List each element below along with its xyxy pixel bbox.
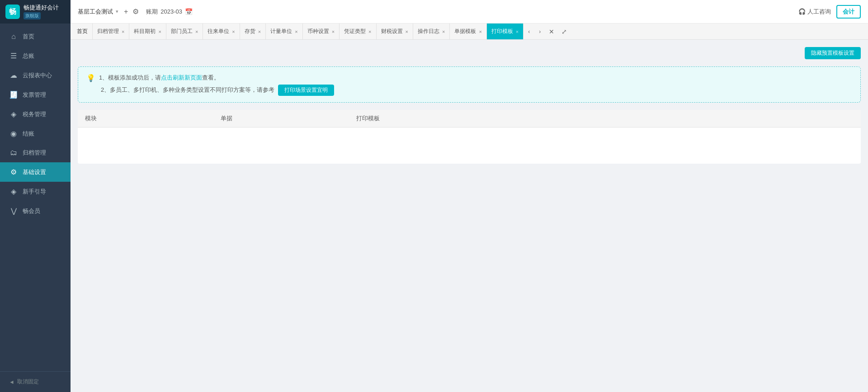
tab-close-icon[interactable]: ×	[122, 29, 124, 34]
tab-counterpart[interactable]: 往来单位 ×	[203, 24, 240, 40]
notice-link[interactable]: 点击刷新新页面	[161, 74, 202, 81]
sidebar-item-invoice[interactable]: 🧾 发票管理	[0, 85, 71, 104]
tab-operation-log[interactable]: 操作日志 ×	[413, 24, 450, 40]
notice-text-2: 2、多员工、多打印机、多种业务类型设置不同打印方案等，请参考 打印场景设置宜明	[101, 85, 334, 96]
print-scene-button[interactable]: 打印场景设置宜明	[278, 85, 334, 96]
action-bar: 隐藏预置模板设置	[78, 47, 861, 63]
hide-preview-template-button[interactable]: 隐藏预置模板设置	[805, 47, 861, 59]
tab-close-icon[interactable]: ×	[442, 29, 445, 34]
home-icon: ⌂	[9, 33, 18, 41]
notice-row-1: 💡 1、模板添加成功后，请点击刷新新页面查看。	[86, 73, 852, 83]
settings-icon: ⚙	[9, 168, 18, 176]
sidebar-item-archive[interactable]: 🗂 归档管理	[0, 143, 71, 162]
sidebar-unpin-button[interactable]: ◄ 取消固定	[0, 371, 71, 392]
sidebar-nav: ⌂ 首页 ☰ 总账 ☁ 云报表中心 🧾 发票管理 ◈ 税务管理 ◉ 结账 🗂 归…	[0, 24, 71, 371]
data-table: 模块 单据 打印模板	[78, 110, 861, 164]
sidebar-item-label: 总账	[23, 52, 34, 60]
invoice-icon: 🧾	[9, 90, 18, 99]
cloud-icon: ☁	[9, 71, 18, 80]
table-header-module: 模块	[78, 110, 213, 127]
tab-inventory[interactable]: 存货 ×	[240, 24, 266, 40]
tab-tax-settings[interactable]: 财税设置 ×	[377, 24, 413, 40]
add-workspace-icon[interactable]: +	[124, 8, 128, 16]
sidebar-item-label: 发票管理	[23, 91, 46, 99]
customer-service-label: 人工咨询	[807, 8, 831, 16]
tab-bar: 首页 归档管理 × 科目期初 × 部门员工 × 往来单位 × 存货 × 计量单位…	[71, 24, 868, 40]
tab-expand-button[interactable]: ⤢	[558, 24, 571, 40]
tab-label: 存货	[245, 28, 255, 35]
period-label: 账期	[146, 8, 158, 16]
unpin-icon: ◄	[9, 379, 14, 385]
tab-subject-period[interactable]: 科目期初 ×	[129, 24, 166, 40]
notice-text-1b: 查看。	[202, 74, 220, 81]
sidebar-item-reports[interactable]: ☁ 云报表中心	[0, 66, 71, 85]
table-header-voucher: 单据	[213, 110, 349, 127]
sidebar-item-guide[interactable]: ◈ 新手引导	[0, 182, 71, 201]
sidebar-item-home[interactable]: ⌂ 首页	[0, 27, 71, 46]
tab-label: 计量单位	[270, 28, 292, 35]
tab-close-icon[interactable]: ×	[368, 29, 371, 34]
tab-close-icon[interactable]: ×	[479, 29, 481, 34]
tab-close-icon[interactable]: ×	[232, 29, 235, 34]
tab-dept-staff[interactable]: 部门员工 ×	[166, 24, 203, 40]
tab-close-icon[interactable]: ×	[158, 29, 161, 34]
tab-archive-mgmt[interactable]: 归档管理 ×	[93, 24, 129, 40]
sidebar-item-label: 首页	[23, 33, 34, 41]
tab-label: 财税设置	[381, 28, 403, 35]
table-body	[78, 128, 861, 164]
workspace-settings-icon[interactable]: ⚙	[132, 7, 139, 16]
tax-icon: ◈	[9, 110, 18, 118]
app-logo-text: 畅捷通好会计	[24, 4, 59, 12]
sidebar-item-close[interactable]: ◉ 结账	[0, 124, 71, 143]
tab-close-icon[interactable]: ×	[332, 29, 335, 34]
period-value: 2023-03	[160, 8, 182, 15]
sidebar-item-label: 畅会员	[23, 207, 40, 215]
guide-icon: ◈	[9, 187, 18, 196]
member-icon: ⋁	[9, 207, 18, 215]
notice-box: 💡 1、模板添加成功后，请点击刷新新页面查看。 2、多员工、多打印机、多种业务类…	[78, 66, 861, 103]
sidebar-item-ledger[interactable]: ☰ 总账	[0, 46, 71, 66]
tab-measure-unit[interactable]: 计量单位 ×	[266, 24, 302, 40]
tab-close-icon[interactable]: ×	[516, 29, 519, 34]
tab-label: 往来单位	[208, 28, 229, 35]
tab-close-icon[interactable]: ×	[295, 29, 297, 34]
tab-next-button[interactable]: ›	[534, 24, 545, 40]
topbar-actions: + ⚙	[124, 7, 139, 16]
sidebar-item-label: 税务管理	[23, 110, 46, 118]
sidebar-item-label: 云报表中心	[23, 71, 52, 80]
tab-label: 币种设置	[307, 28, 329, 35]
unpin-label: 取消固定	[17, 378, 39, 386]
kuaiji-button[interactable]: 会计	[836, 5, 861, 19]
tab-label: 打印模板	[491, 28, 513, 35]
workspace-selector[interactable]: 基层工会测试 ▾	[78, 8, 118, 16]
sidebar-item-tax[interactable]: ◈ 税务管理	[0, 104, 71, 124]
app-logo-badge: 旗舰版	[24, 12, 41, 19]
tab-single-template[interactable]: 单据模板 ×	[450, 24, 486, 40]
tab-label: 凭证类型	[344, 28, 366, 35]
sidebar: 畅 畅捷通好会计 旗舰版 ⌂ 首页 ☰ 总账 ☁ 云报表中心 🧾 发票管理 ◈ …	[0, 0, 71, 392]
bulb-icon: 💡	[86, 74, 95, 82]
tab-voucher-type[interactable]: 凭证类型 ×	[340, 24, 376, 40]
tab-currency[interactable]: 币种设置 ×	[303, 24, 340, 40]
tab-close-icon[interactable]: ×	[406, 29, 408, 34]
sidebar-item-label: 结账	[23, 130, 34, 138]
top-bar: 基层工会测试 ▾ + ⚙ 账期 2023-03 📅 🎧 人工咨询 会计	[71, 0, 868, 24]
tab-home[interactable]: 首页	[72, 24, 93, 40]
notice-row-2: 2、多员工、多打印机、多种业务类型设置不同打印方案等，请参考 打印场景设置宜明	[86, 85, 852, 96]
sidebar-item-settings[interactable]: ⚙ 基础设置	[0, 162, 71, 182]
tab-label: 部门员工	[171, 28, 193, 35]
tab-label: 科目期初	[134, 28, 156, 35]
customer-service-button[interactable]: 🎧 人工咨询	[798, 8, 831, 16]
tab-prev-button[interactable]: ‹	[524, 24, 534, 40]
calendar-icon[interactable]: 📅	[185, 8, 193, 15]
sidebar-item-label: 新手引导	[23, 188, 46, 196]
tab-label: 归档管理	[97, 28, 119, 35]
tab-close-all-button[interactable]: ✕	[545, 24, 558, 40]
sidebar-item-label: 基础设置	[23, 168, 46, 176]
tab-close-icon[interactable]: ×	[195, 29, 198, 34]
sidebar-item-member[interactable]: ⋁ 畅会员	[0, 201, 71, 221]
workspace-name: 基层工会测试	[78, 8, 113, 16]
tab-print-template[interactable]: 打印模板 ×	[487, 24, 524, 40]
tab-close-icon[interactable]: ×	[258, 29, 261, 34]
sidebar-item-label: 归档管理	[23, 149, 46, 157]
